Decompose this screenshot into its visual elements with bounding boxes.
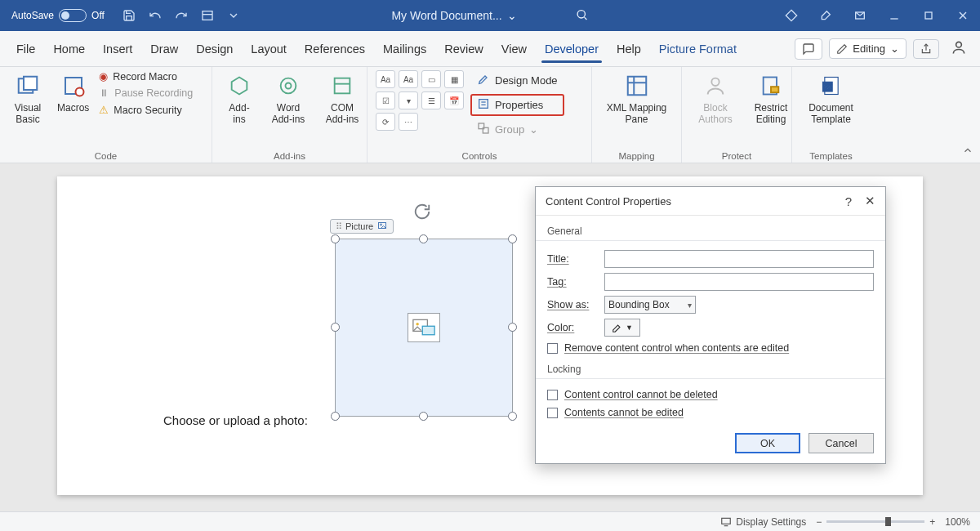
group-templates-label: Templates bbox=[800, 149, 862, 161]
zoom-level[interactable]: 100% bbox=[945, 516, 970, 528]
svg-rect-26 bbox=[627, 77, 646, 96]
visual-basic-button[interactable]: Visual Basic bbox=[8, 70, 47, 127]
ribbon-display-icon[interactable] bbox=[843, 0, 877, 31]
minimize-button[interactable] bbox=[877, 0, 911, 31]
record-macro-button[interactable]: ◉Record Macro bbox=[99, 70, 193, 83]
content-control-properties-dialog: Content Control Properties ? ✕ General T… bbox=[535, 186, 886, 464]
resize-handle[interactable] bbox=[508, 412, 517, 421]
document-title[interactable]: My Word Document... ⌄ bbox=[391, 9, 516, 22]
lock-delete-checkbox[interactable]: Content control cannot be deleted bbox=[547, 386, 874, 404]
group-controls: Aa Aa ▭ ▦ ☑ ▾ ☰ 📅 ⟳ ⋯ Design Mode Proper… bbox=[368, 67, 592, 163]
rotate-handle-icon[interactable] bbox=[413, 203, 431, 224]
tag-field[interactable] bbox=[604, 273, 874, 291]
remove-on-edit-checkbox[interactable]: Remove content control when contents are… bbox=[547, 339, 874, 357]
brush-icon[interactable] bbox=[808, 0, 843, 31]
save-icon[interactable] bbox=[119, 6, 139, 25]
resize-handle[interactable] bbox=[508, 323, 517, 332]
autosave-state: Off bbox=[91, 10, 105, 21]
plain-text-control-icon[interactable]: Aa bbox=[399, 70, 418, 88]
resize-handle[interactable] bbox=[508, 234, 517, 243]
resize-handle[interactable] bbox=[331, 234, 340, 243]
color-picker-button[interactable]: ▼ bbox=[604, 319, 640, 337]
document-template-icon: W bbox=[817, 72, 845, 100]
group-button[interactable]: Group ⌄ bbox=[470, 119, 564, 140]
resize-handle[interactable] bbox=[331, 323, 340, 332]
tab-mailings[interactable]: Mailings bbox=[375, 38, 434, 60]
titlebar-center: My Word Document... ⌄ bbox=[391, 8, 588, 24]
svg-rect-13 bbox=[24, 77, 37, 90]
diamond-icon[interactable] bbox=[774, 0, 808, 31]
dropdown-control-icon[interactable]: ☰ bbox=[421, 91, 441, 109]
show-as-select[interactable]: Bounding Box bbox=[604, 296, 696, 314]
checkbox-control-icon[interactable]: ☑ bbox=[376, 91, 395, 109]
comments-button[interactable] bbox=[795, 38, 822, 60]
xml-mapping-button[interactable]: XML Mapping Pane bbox=[596, 70, 678, 127]
properties-button[interactable]: Properties bbox=[470, 94, 564, 116]
lock-edit-checkbox[interactable]: Contents cannot be edited bbox=[547, 404, 874, 422]
cancel-button[interactable]: Cancel bbox=[808, 433, 874, 453]
undo-icon[interactable] bbox=[145, 6, 165, 25]
autosave-label: AutoSave bbox=[11, 10, 54, 21]
legacy-tools-icon[interactable]: ⋯ bbox=[399, 113, 418, 131]
warning-icon: ⚠ bbox=[99, 104, 109, 116]
share-button[interactable] bbox=[913, 39, 939, 59]
zoom-in-icon[interactable]: + bbox=[929, 516, 935, 528]
page[interactable]: Choose or upload a photo: ⠿Picture Conte… bbox=[57, 176, 923, 495]
tab-help[interactable]: Help bbox=[608, 38, 649, 60]
autosave-toggle[interactable]: AutoSave Off bbox=[11, 9, 105, 22]
close-icon[interactable]: ✕ bbox=[865, 194, 875, 208]
tab-layout[interactable]: Layout bbox=[243, 38, 295, 60]
qat-dropdown-icon[interactable] bbox=[224, 6, 243, 25]
form-icon[interactable] bbox=[198, 6, 217, 25]
ok-button[interactable]: OK bbox=[735, 433, 800, 453]
date-control-icon[interactable]: 📅 bbox=[444, 91, 464, 109]
close-button[interactable] bbox=[946, 0, 980, 31]
rich-text-control-icon[interactable]: Aa bbox=[376, 70, 395, 88]
macro-security-button[interactable]: ⚠Macro Security bbox=[99, 104, 193, 116]
search-icon[interactable] bbox=[576, 8, 589, 24]
pause-recording-button: ⏸Pause Recording bbox=[99, 87, 193, 99]
resize-handle[interactable] bbox=[419, 412, 428, 421]
redo-icon[interactable] bbox=[172, 6, 191, 25]
zoom-slider[interactable]: − + bbox=[816, 516, 935, 528]
maximize-button[interactable] bbox=[911, 0, 946, 31]
com-addins-button[interactable]: COM Add-ins bbox=[318, 70, 366, 127]
tab-review[interactable]: Review bbox=[436, 38, 492, 60]
tab-insert[interactable]: Insert bbox=[95, 38, 140, 60]
title-field[interactable] bbox=[604, 250, 874, 268]
picture-control-icon[interactable]: ▭ bbox=[421, 70, 441, 88]
word-addins-button[interactable]: Word Add-ins bbox=[265, 70, 312, 127]
document-template-button[interactable]: WDocument Template bbox=[800, 70, 862, 127]
zoom-track[interactable] bbox=[826, 520, 924, 523]
resize-handle[interactable] bbox=[419, 234, 428, 243]
tab-design[interactable]: Design bbox=[188, 38, 241, 60]
tab-file[interactable]: File bbox=[8, 38, 43, 60]
combobox-control-icon[interactable]: ▾ bbox=[399, 91, 418, 109]
display-settings-button[interactable]: Display Settings bbox=[720, 516, 806, 528]
svg-text:W: W bbox=[824, 83, 831, 91]
resize-handle[interactable] bbox=[331, 412, 340, 421]
account-icon[interactable] bbox=[946, 39, 972, 59]
tab-home[interactable]: Home bbox=[45, 38, 93, 60]
editing-mode-button[interactable]: Editing⌄ bbox=[829, 38, 906, 59]
svg-rect-40 bbox=[722, 518, 731, 524]
macros-button[interactable]: Macros bbox=[54, 70, 92, 115]
addins-button[interactable]: Add-ins bbox=[220, 70, 258, 127]
tab-draw[interactable]: Draw bbox=[142, 38, 186, 60]
picture-placeholder-icon[interactable] bbox=[408, 313, 440, 342]
tab-references[interactable]: References bbox=[296, 38, 373, 60]
building-block-control-icon[interactable]: ▦ bbox=[444, 70, 464, 88]
picture-control-tag[interactable]: ⠿Picture bbox=[330, 219, 394, 234]
tab-developer[interactable]: Developer bbox=[537, 38, 607, 60]
tab-view[interactable]: View bbox=[493, 38, 535, 60]
design-mode-button[interactable]: Design Mode bbox=[470, 70, 564, 91]
zoom-out-icon[interactable]: − bbox=[816, 516, 822, 528]
collapse-ribbon-icon[interactable] bbox=[962, 145, 973, 159]
repeating-control-icon[interactable]: ⟳ bbox=[376, 113, 395, 131]
help-button[interactable]: ? bbox=[845, 194, 852, 208]
tab-picture-format[interactable]: Picture Format bbox=[651, 38, 745, 60]
svg-marker-4 bbox=[786, 10, 796, 20]
restrict-editing-button[interactable]: Restrict Editing bbox=[747, 70, 795, 127]
picture-content-control[interactable] bbox=[335, 239, 513, 417]
block-authors-button: Block Authors bbox=[690, 70, 741, 127]
